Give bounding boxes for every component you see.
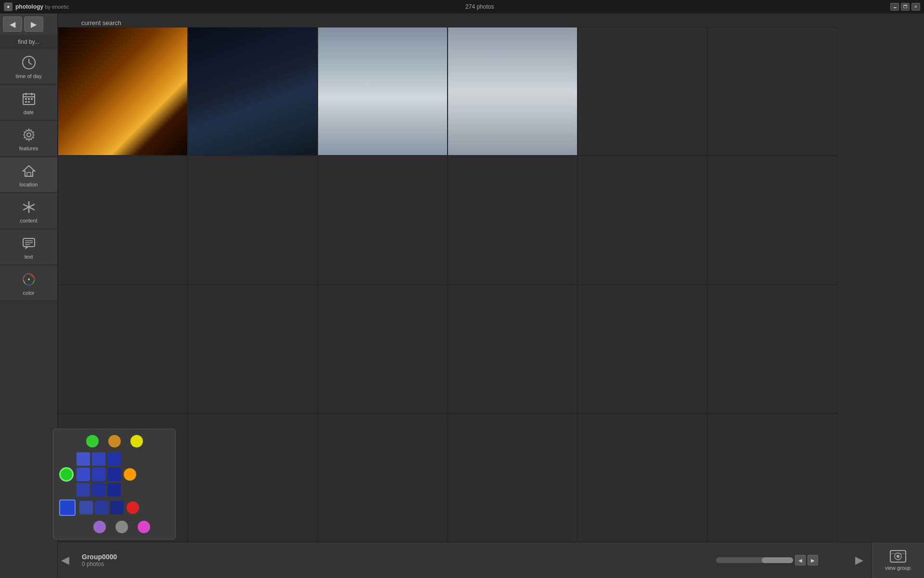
- sidebar-item-label: date: [24, 109, 34, 115]
- sidebar-item-color[interactable]: color: [0, 266, 57, 301]
- clock-icon: [20, 54, 38, 71]
- svg-marker-13: [23, 166, 35, 176]
- sidebar-item-date[interactable]: date: [0, 85, 57, 120]
- sidebar-item-label: location: [20, 182, 38, 187]
- color-blue-2[interactable]: [92, 452, 105, 466]
- back-button[interactable]: ◀: [3, 16, 22, 32]
- logo-icon: ✦: [6, 4, 10, 10]
- sidebar-item-label: time of day: [16, 73, 42, 79]
- color-blue-7[interactable]: [77, 483, 90, 497]
- color-picker-popup: [53, 429, 176, 539]
- color-blue-6[interactable]: [107, 468, 121, 481]
- photo-cell-empty: [707, 27, 837, 156]
- color-blue-9[interactable]: [107, 483, 121, 497]
- svg-point-12: [27, 133, 31, 137]
- sidebar-item-content[interactable]: content: [0, 194, 57, 229]
- close-button[interactable]: ✕: [911, 3, 920, 11]
- sidebar-item-label: content: [20, 218, 37, 223]
- color-red-accent[interactable]: [127, 501, 139, 514]
- svg-point-31: [897, 555, 899, 558]
- sidebar-item-label: features: [19, 145, 38, 151]
- sidebar-item-label: color: [23, 290, 35, 296]
- sidebar: ◀ ▶ find by... time of day: [0, 13, 58, 578]
- svg-point-25: [28, 278, 30, 280]
- color-blue-1[interactable]: [77, 452, 90, 466]
- app-logo: ✦: [4, 2, 13, 11]
- color-blue-selected[interactable]: [59, 499, 76, 516]
- photo-cell-empty: [188, 285, 318, 413]
- svg-rect-11: [28, 101, 30, 103]
- scrollbar-track: [716, 557, 793, 563]
- photo-cell-empty: [188, 413, 318, 542]
- bottom-bar: groups ◀ Group0000 0 photos ▶ ◀ ▶ view g…: [0, 542, 924, 578]
- photo-cell-empty: [188, 156, 318, 284]
- photo-cell-empty: [318, 285, 448, 413]
- prev-group-button[interactable]: ◀: [58, 548, 72, 572]
- title-bar: ✦ photology by enoetic 274 photos 🗕 🗖 ✕: [0, 0, 924, 13]
- photo-cell-empty: [578, 285, 707, 413]
- photo-cell-empty: [448, 413, 578, 542]
- view-group-icon: [889, 550, 907, 563]
- sidebar-item-location[interactable]: location: [0, 158, 57, 193]
- photo-cell[interactable]: [448, 27, 578, 156]
- photo-cell[interactable]: [58, 27, 188, 156]
- photo-cell-empty: [448, 285, 578, 413]
- color-blue-8[interactable]: [92, 483, 105, 497]
- photo-cell-empty: [58, 156, 188, 284]
- color-orange-accent[interactable]: [124, 468, 136, 481]
- photo-cell-empty: [707, 156, 837, 284]
- minimize-button[interactable]: 🗕: [890, 3, 899, 11]
- color-blue-12[interactable]: [110, 501, 124, 514]
- color-blue-5[interactable]: [92, 468, 105, 481]
- view-group-button[interactable]: view group: [871, 542, 924, 578]
- scrollbar-area: ◀ ▶: [716, 555, 818, 565]
- color-purple-dot[interactable]: [93, 521, 106, 533]
- forward-button[interactable]: ▶: [24, 16, 43, 32]
- titlebar-left: ✦ photology by enoetic: [4, 2, 69, 11]
- next-group-button[interactable]: ▶: [852, 548, 866, 572]
- svg-rect-7: [25, 98, 27, 100]
- color-green-dot[interactable]: [86, 435, 99, 447]
- sidebar-item-time-of-day[interactable]: time of day: [0, 49, 57, 84]
- color-magenta-dot[interactable]: [138, 521, 150, 533]
- current-search-label: current search: [81, 19, 121, 26]
- find-by-label: find by...: [0, 35, 57, 49]
- scroll-right-button[interactable]: ▶: [808, 555, 818, 565]
- svg-rect-8: [28, 98, 30, 100]
- scrollbar-thumb[interactable]: [762, 557, 793, 563]
- chat-icon: [20, 235, 38, 252]
- photo-cell[interactable]: [318, 27, 448, 156]
- color-brown-dot[interactable]: [108, 435, 121, 447]
- maximize-button[interactable]: 🗖: [901, 3, 910, 11]
- color-yellow-dot[interactable]: [130, 435, 143, 447]
- photo-count: 274 photos: [465, 3, 494, 10]
- nav-arrows: ◀ ▶: [0, 13, 57, 35]
- svg-line-2: [29, 63, 32, 65]
- scroll-left-button[interactable]: ◀: [795, 555, 806, 565]
- photo-cell-empty: [58, 285, 188, 413]
- sidebar-item-features[interactable]: features: [0, 121, 57, 157]
- photo-cell-empty: [578, 156, 707, 284]
- photo-cell-empty: [318, 413, 448, 542]
- svg-rect-14: [27, 172, 31, 176]
- color-blue-11[interactable]: [95, 501, 108, 514]
- view-group-label: view group: [885, 565, 911, 571]
- photo-cell-empty: [448, 156, 578, 284]
- photo-cell-empty: [578, 27, 707, 156]
- sidebar-item-text[interactable]: text: [0, 230, 57, 265]
- color-blue-10[interactable]: [79, 501, 93, 514]
- asterisk-icon: [20, 198, 38, 216]
- photo-cell-empty: [318, 156, 448, 284]
- selected-color-indicator[interactable]: [59, 467, 74, 482]
- photo-cell[interactable]: [188, 27, 318, 156]
- photo-cell-empty: [707, 413, 837, 542]
- color-blue-3[interactable]: [107, 452, 121, 466]
- app-name: photology by enoetic: [15, 3, 69, 10]
- svg-rect-9: [31, 98, 33, 100]
- color-blue-4[interactable]: [77, 468, 90, 481]
- sidebar-item-label: text: [25, 254, 33, 260]
- house-icon: [20, 162, 38, 180]
- color-wheel-icon: [20, 271, 38, 288]
- gear-icon: [20, 126, 38, 144]
- color-gray-dot[interactable]: [116, 521, 128, 533]
